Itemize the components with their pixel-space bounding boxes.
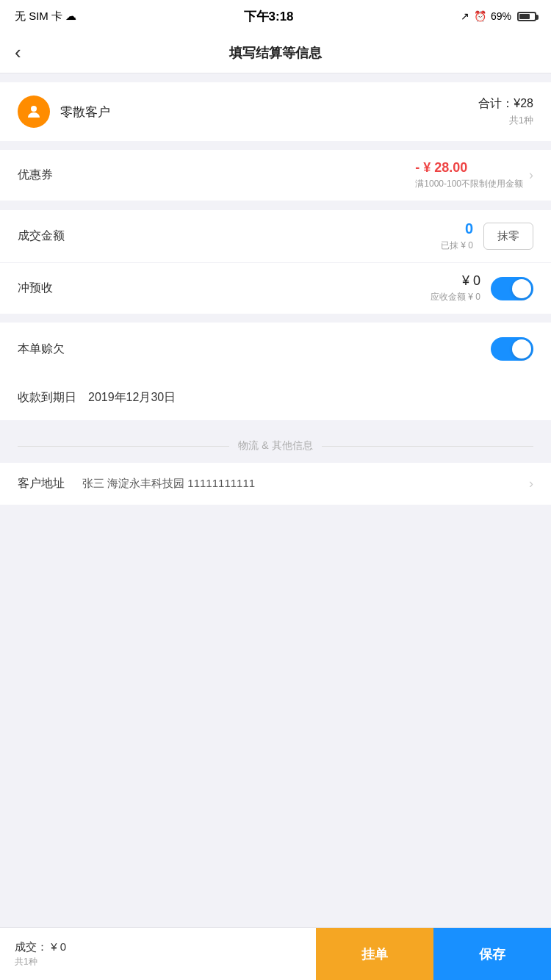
battery-percent: 69% [491, 10, 511, 22]
due-date-row: 收款到期日 2019年12月30日 [0, 375, 551, 420]
prepayment-amount-col: ¥ 0 应收金额 ¥ 0 [431, 273, 480, 303]
bottom-summary: 成交： ¥ 0 共1种 [0, 940, 316, 968]
customer-row: 零散客户 合计：¥28 共1种 [0, 82, 551, 141]
deal-amount-label: 成交金额 [18, 228, 65, 244]
coupon-desc: 满1000-100不限制使用金额 [415, 178, 523, 190]
divider [0, 420, 551, 429]
svg-point-0 [31, 106, 37, 112]
deal-amount-right: 0 已抹 ¥ 0 抹零 [441, 220, 533, 252]
prepayment-right: ¥ 0 应收金额 ¥ 0 [431, 273, 533, 303]
prepayment-row: 冲预收 ¥ 0 应收金额 ¥ 0 [0, 263, 551, 314]
coupon-row[interactable]: 优惠券 - ¥ 28.00 满1000-100不限制使用金额 › [0, 150, 551, 201]
address-chevron-icon: › [529, 476, 533, 491]
deal-amount-value: 0 [441, 220, 473, 237]
deal-amount-wrap: 0 已抹 ¥ 0 [441, 220, 473, 252]
coupon-info: - ¥ 28.00 满1000-100不限制使用金额 [415, 160, 523, 190]
toggle-knob [512, 279, 531, 298]
logistics-header: 物流 & 其他信息 [0, 429, 551, 463]
hang-button[interactable]: 挂单 [316, 928, 433, 981]
customer-name: 零散客户 [60, 104, 110, 120]
debt-row: 本单赊欠 [0, 323, 551, 375]
battery-icon [517, 12, 536, 21]
avatar [18, 96, 50, 128]
page-title: 填写结算等信息 [229, 44, 322, 62]
logistics-label: 物流 & 其他信息 [238, 439, 312, 453]
prepayment-toggle[interactable] [491, 277, 533, 300]
save-button[interactable]: 保存 [433, 928, 551, 981]
address-label: 客户地址 [18, 476, 65, 491]
prepayment-receivable: 应收金额 ¥ 0 [431, 291, 480, 303]
status-bar: 无 SIM 卡 ☁ 下午3:18 ↗ ⏰ 69% [0, 0, 551, 32]
due-date-label: 收款到期日 [18, 390, 76, 406]
round-button[interactable]: 抹零 [483, 223, 533, 250]
clock-icon: ⏰ [474, 10, 486, 22]
debt-label: 本单赊欠 [18, 342, 65, 357]
coupon-label: 优惠券 [18, 167, 53, 183]
address-row[interactable]: 客户地址 张三 海淀永丰科技园 11111111111 › [0, 463, 551, 505]
status-bar-left: 无 SIM 卡 ☁ [15, 10, 76, 24]
back-button[interactable]: ‹ [9, 35, 27, 70]
customer-total: 合计：¥28 [478, 96, 533, 112]
prepayment-amount: ¥ 0 [431, 273, 480, 289]
customer-left: 零散客户 [18, 96, 110, 128]
bottom-deal-amount: 成交： ¥ 0 [15, 940, 301, 954]
deal-amount-row: 成交金额 0 已抹 ¥ 0 抹零 [0, 210, 551, 263]
status-bar-right: ↗ ⏰ 69% [461, 10, 536, 22]
direction-icon: ↗ [461, 10, 469, 22]
debt-section: 本单赊欠 收款到期日 2019年12月30日 [0, 323, 551, 420]
sim-signal: 无 SIM 卡 ☁ [15, 10, 76, 24]
coupon-discount: - ¥ 28.00 [415, 160, 523, 176]
bottom-bar: 成交： ¥ 0 共1种 挂单 保存 [0, 927, 551, 980]
debt-toggle-knob [512, 339, 531, 359]
coupon-right: - ¥ 28.00 满1000-100不限制使用金额 › [415, 160, 533, 190]
deal-section: 成交金额 0 已抹 ¥ 0 抹零 冲预收 ¥ 0 应收金额 ¥ 0 [0, 210, 551, 314]
spacer [0, 505, 551, 652]
bottom-deal-count: 共1种 [15, 956, 301, 968]
address-value: 张三 海淀永丰科技园 11111111111 [82, 477, 523, 491]
coupon-chevron-icon: › [529, 167, 533, 183]
due-date-value: 2019年12月30日 [88, 390, 176, 406]
status-bar-time: 下午3:18 [244, 8, 294, 25]
customer-count: 共1种 [478, 114, 533, 127]
customer-right: 合计：¥28 共1种 [478, 96, 533, 127]
debt-toggle[interactable] [491, 337, 533, 361]
content: 零散客户 合计：¥28 共1种 优惠券 - ¥ 28.00 满1000-100不… [0, 82, 551, 710]
prepayment-label: 冲预收 [18, 281, 53, 296]
coupon-section: 优惠券 - ¥ 28.00 满1000-100不限制使用金额 › [0, 150, 551, 201]
nav-bar: ‹ 填写结算等信息 [0, 32, 551, 73]
deal-erased: 已抹 ¥ 0 [441, 239, 473, 252]
